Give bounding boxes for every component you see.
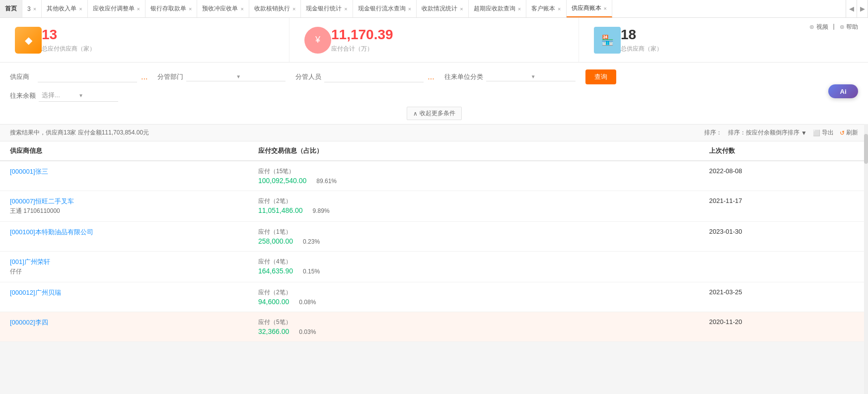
trans-cell: 应付（4笔） 164,635.90 0.15% <box>258 258 709 275</box>
balance-filter-label: 往来余额 <box>10 91 36 100</box>
nav-tab-prepay[interactable]: 预收冲应收单 × <box>197 0 249 17</box>
close-icon[interactable]: × <box>33 6 36 12</box>
last-pay-date: 2022-08-08 <box>709 167 742 175</box>
store-icon: 🏪 <box>594 27 621 54</box>
close-icon[interactable]: × <box>518 6 521 12</box>
close-icon[interactable]: × <box>408 6 411 12</box>
category-select[interactable]: ▼ <box>486 72 576 81</box>
trans-label: 应付（2笔） <box>258 197 709 205</box>
supplier-link[interactable]: [000007]恒旺二手叉车 <box>10 197 74 205</box>
sort-button[interactable]: 排序：按应付余额倒序排序 ▼ <box>728 129 807 137</box>
col-header-lastpay: 上次付数 <box>709 146 858 155</box>
trans-percent: 0.08% <box>299 299 316 306</box>
close-icon[interactable]: × <box>79 6 82 12</box>
trans-row: 11,051,486.00 9.89% <box>258 205 709 214</box>
nav-tab-collection-stats[interactable]: 收款情况统计 × <box>417 0 468 17</box>
lastpay-cell: 2021-11-17 <box>709 197 858 204</box>
trans-percent: 0.23% <box>303 238 320 245</box>
supplier-cell: [000007]恒旺二手叉车 王通 17106110000 <box>10 197 258 215</box>
trans-label: 应付（2笔） <box>258 288 709 297</box>
video-icon[interactable]: ⊙ 视频 <box>809 23 828 31</box>
trans-row: 258,000.00 0.23% <box>258 236 709 245</box>
collapse-button[interactable]: ∧ 收起更多条件 <box>407 107 462 120</box>
trans-amount[interactable]: 258,000.00 <box>258 237 293 245</box>
lastpay-cell: 2021-03-25 <box>709 288 858 296</box>
supplier-cell: [001]广州荣轩 仔仔 <box>10 258 258 276</box>
table-body: [000001]张三 应付（15笔） 100,092,540.00 89.61%… <box>0 161 868 342</box>
nav-tab-customer-ledger[interactable]: 客户账本 × <box>526 0 566 17</box>
dept-select[interactable]: ▼ <box>186 72 286 81</box>
filter-row-2: 往来余额 选择... ▼ <box>10 89 858 102</box>
results-actions: 排序： 排序：按应付余额倒序排序 ▼ ⬜ 导出 ↺ 刷新 <box>704 129 858 137</box>
nav-tab-cash-stats[interactable]: 现金银行统计 × <box>301 0 353 17</box>
trans-cell: 应付（2笔） 11,051,486.00 9.89% <box>258 197 709 214</box>
trans-percent: 89.61% <box>316 178 337 185</box>
nav-tab-other-income[interactable]: 其他收入单 × <box>42 0 87 17</box>
refresh-button[interactable]: ↺ 刷新 <box>840 129 858 137</box>
trans-percent: 0.15% <box>303 268 320 275</box>
ai-bubble[interactable]: Ai <box>828 84 858 98</box>
top-right-links: ⊙ 视频 | ⊙ 帮助 <box>809 23 858 31</box>
export-button[interactable]: ⬜ 导出 <box>813 129 834 137</box>
nav-prev-arrow[interactable]: ◀ <box>846 0 857 18</box>
filter-balance: 往来余额 选择... ▼ <box>10 89 118 102</box>
supplier-link[interactable]: [000100]本特勤油品有限公司 <box>10 228 93 236</box>
close-icon[interactable]: × <box>460 6 463 12</box>
col-header-supplier: 供应商信息 <box>10 146 258 155</box>
stat-label-total-suppliers: 总供应商（家） <box>621 45 662 53</box>
trans-percent: 9.89% <box>313 207 330 214</box>
last-pay-date: 2021-03-25 <box>709 288 742 296</box>
supplier-dots[interactable]: ... <box>141 72 147 81</box>
supplier-link[interactable]: [000012]广州贝瑞 <box>10 289 61 296</box>
close-icon[interactable]: × <box>344 6 347 12</box>
close-icon[interactable]: × <box>558 6 561 12</box>
balance-select[interactable]: 选择... ▼ <box>39 89 118 102</box>
close-icon[interactable]: × <box>604 5 607 11</box>
stats-row: ◆ 13 总应付供应商（家） ¥ 11,170.39 应付合计（万） 🏪 18 … <box>0 18 868 63</box>
trans-label: 应付（15笔） <box>258 167 709 176</box>
scrollbar-track[interactable] <box>864 124 868 342</box>
scrollbar-thumb[interactable] <box>864 134 868 164</box>
nav-tab-overdue[interactable]: 超期应收款查询 × <box>469 0 526 17</box>
supplier-link[interactable]: [000002]李四 <box>10 319 48 326</box>
filter-person: 分管人员 ... <box>295 71 434 82</box>
help-icon[interactable]: ⊙ 帮助 <box>840 23 858 31</box>
table-row: [000100]本特勤油品有限公司 应付（1笔） 258,000.00 0.23… <box>0 222 868 252</box>
trans-amount[interactable]: 11,051,486.00 <box>258 206 303 214</box>
nav-next-arrow[interactable]: ▶ <box>857 0 868 18</box>
table-row: [000012]广州贝瑞 应付（2笔） 94,600.00 0.08% 2021… <box>0 282 868 312</box>
nav-tab-bank[interactable]: 银行存取款单 × <box>145 0 197 17</box>
close-icon[interactable]: × <box>240 6 243 12</box>
nav-tab-payment-exec[interactable]: 收款核销执行 × <box>249 0 301 17</box>
stat-label-total-ap: 应付合计（万） <box>331 45 393 53</box>
close-icon[interactable]: × <box>189 6 192 12</box>
trans-cell: 应付（5笔） 32,366.00 0.03% <box>258 318 709 335</box>
supplier-link[interactable]: [000001]张三 <box>10 168 48 175</box>
supplier-link[interactable]: [001]广州荣轩 <box>10 258 50 265</box>
chevron-down-icon: ▼ <box>236 74 283 79</box>
trans-label: 应付（4笔） <box>258 258 709 266</box>
nav-tab-ap-adjust[interactable]: 应收应付调整单 × <box>88 0 145 17</box>
lastpay-cell: 2022-08-08 <box>709 167 858 175</box>
close-icon[interactable]: × <box>137 6 140 12</box>
person-dots[interactable]: ... <box>428 72 434 81</box>
query-button[interactable]: 查询 <box>585 69 616 84</box>
supplier-input[interactable] <box>38 71 137 82</box>
person-input[interactable] <box>324 71 424 82</box>
trans-cell: 应付（2笔） 94,600.00 0.08% <box>258 288 709 306</box>
trans-amount[interactable]: 164,635.90 <box>258 267 293 275</box>
trans-amount[interactable]: 94,600.00 <box>258 298 289 306</box>
close-icon[interactable]: × <box>292 6 295 12</box>
nav-arrows: ◀ ▶ <box>846 0 868 18</box>
nav-tab-cash-flow[interactable]: 现金银行流水查询 × <box>353 0 417 17</box>
nav-tab-supplier-ledger[interactable]: 供应商账本 × <box>567 0 612 17</box>
stat-block-suppliers-payable: ◆ 13 总应付供应商（家） <box>0 18 289 62</box>
trans-amount[interactable]: 32,366.00 <box>258 328 289 335</box>
nav-tab-home[interactable]: 首页 <box>0 0 22 17</box>
trans-amount[interactable]: 100,092,540.00 <box>258 177 306 185</box>
trans-row: 100,092,540.00 89.61% <box>258 176 709 185</box>
stat-label-payable: 总应付供应商（家） <box>42 45 95 53</box>
trans-label: 应付（5笔） <box>258 318 709 327</box>
nav-tab-3[interactable]: 3 × <box>22 0 42 17</box>
supplier-cell: [000012]广州贝瑞 <box>10 288 258 297</box>
